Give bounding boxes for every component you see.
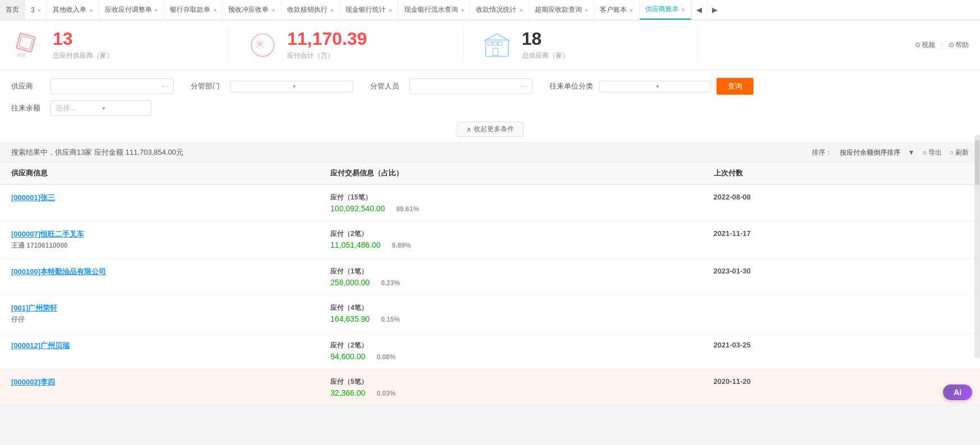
total-suppliers-count: 18	[522, 29, 569, 49]
trans-row-1: 100,092,540.00 89.61%	[330, 202, 713, 213]
supplier-link-6[interactable]: [000002]李四	[11, 377, 330, 387]
close-icon[interactable]: ×	[38, 7, 41, 13]
lastpay-6: 2020-11-20	[714, 377, 969, 386]
query-button[interactable]: 查询	[716, 78, 754, 95]
trans-label-6: 应付（5笔）	[330, 377, 713, 387]
close-icon[interactable]: ×	[330, 7, 334, 13]
nav-prepay-offset[interactable]: 预收冲应收单 ×	[223, 0, 281, 20]
refresh-icon: ○	[950, 149, 954, 156]
close-icon[interactable]: ×	[389, 7, 392, 13]
nav-payment-exec[interactable]: 收款核销执行 ×	[281, 0, 340, 20]
table-row[interactable]: [001]广州荣轩 仔仔 应付（4笔） 164,635.90 0.15%	[0, 295, 980, 333]
close-icon[interactable]: ×	[630, 7, 633, 13]
trans-amount-4: 164,635.90	[330, 314, 369, 323]
close-icon[interactable]: ×	[461, 7, 464, 13]
circle-icon-2: ⊙	[949, 41, 954, 49]
chevron-down-icon-3: ▼	[101, 105, 146, 112]
transaction-info-2: 应付（2笔） 11,051,486.00 9.89%	[330, 229, 713, 249]
nav-supplier-ledger[interactable]: 供应商账本 ×	[640, 0, 691, 20]
nav-home-label: 首页	[6, 5, 19, 15]
nav-bank-deposit[interactable]: 银行存取款单 ×	[164, 0, 223, 20]
lastpay-1: 2022-08-08	[714, 193, 969, 201]
close-icon[interactable]: ×	[682, 6, 685, 13]
trans-pct-5: 0.08%	[377, 353, 396, 361]
column-header-transaction: 应付交易信息（占比）	[330, 168, 713, 178]
nav-tab-3[interactable]: 3 ×	[25, 0, 47, 20]
supplier-sub-4: 仔仔	[11, 315, 330, 325]
nav-next-arrow[interactable]: ▶	[707, 0, 723, 20]
close-icon[interactable]: ×	[271, 7, 275, 13]
nav-other-income-label: 其他收入单	[53, 5, 86, 15]
supplier-input[interactable]	[56, 82, 161, 91]
nav-prev-arrow[interactable]: ◀	[691, 0, 707, 20]
trans-amount-1: 100,092,540.00	[330, 204, 385, 213]
manager-dots-icon[interactable]: ···	[520, 81, 528, 91]
separator: ｜	[939, 40, 945, 50]
filter-label-supplier: 供应商	[11, 81, 45, 91]
nav-other-income[interactable]: 其他收入单 ×	[47, 0, 99, 20]
filter-label-manager: 分管人员	[370, 81, 404, 91]
collapse-filter-button[interactable]: ∧ 收起更多条件	[457, 122, 524, 137]
trans-amount-3: 258,000.00	[330, 278, 369, 287]
table-row[interactable]: [000002]李四 应付（5笔） 32,366.00 0.03% 2020-1…	[0, 369, 980, 406]
sort-value[interactable]: 按应付余额倒序排序	[840, 148, 900, 157]
supplier-input-wrap[interactable]: ···	[50, 78, 174, 94]
close-icon[interactable]: ×	[155, 7, 158, 13]
close-icon[interactable]: ×	[585, 7, 588, 13]
lastpay-date-1: 2022-08-08	[714, 193, 751, 201]
help-link[interactable]: 帮助	[955, 40, 969, 50]
nav-receipt-stat[interactable]: 收款情况统计 ×	[470, 0, 529, 20]
vertical-scrollbar[interactable]	[974, 135, 980, 359]
supplier-dots-icon[interactable]: ···	[161, 81, 169, 91]
total-payable-amount: 11,170.39	[287, 29, 367, 49]
supplier-link-3[interactable]: [000100]本特勤油品有限公司	[11, 267, 330, 277]
close-icon[interactable]: ×	[89, 7, 93, 13]
close-icon[interactable]: ×	[213, 7, 216, 13]
table-row[interactable]: [000001]张三 应付（15笔） 100,092,540.00 89.61%…	[0, 185, 980, 221]
table-row[interactable]: [000007]恒旺二手叉车 王通 17106110000 应付（2笔） 11,…	[0, 221, 980, 259]
supplier-link-2[interactable]: [000007]恒旺二手叉车	[11, 229, 330, 239]
nav-cash-flow-query[interactable]: 现金银行流水查询 ×	[399, 0, 470, 20]
scrollbar-thumb[interactable]	[975, 140, 979, 185]
trans-amount-5: 94,600.00	[330, 352, 365, 361]
filter-label-unit-cat: 往来单位分类	[549, 81, 593, 91]
trans-row-5: 94,600.00 0.08%	[330, 350, 713, 361]
export-button[interactable]: ○ 导出	[923, 148, 942, 157]
trans-pct-2: 9.89%	[392, 242, 411, 249]
table-row[interactable]: [000100]本特勤油品有限公司 应付（1笔） 258,000.00 0.23…	[0, 259, 980, 295]
nav-ar-ap-label: 应收应付调整单	[105, 5, 152, 15]
nav-home[interactable]: 首页	[0, 0, 25, 20]
diamond-icon: 供应	[11, 28, 45, 62]
close-icon[interactable]: ×	[519, 7, 523, 13]
manager-input[interactable]	[414, 82, 520, 91]
table-row[interactable]: [000012]广州贝瑞 应付（2笔） 94,600.00 0.08% 2021…	[0, 333, 980, 369]
manager-input-wrap[interactable]: ···	[409, 78, 533, 94]
nav-overdue-query[interactable]: 超期应收款查询 ×	[529, 0, 594, 20]
filter-label-division: 分管部门	[191, 81, 224, 91]
column-header-lastpay: 上次付数	[714, 168, 969, 178]
export-icon: ○	[923, 149, 927, 156]
trans-pct-4: 0.15%	[381, 316, 400, 323]
unit-cat-select[interactable]: ▼	[599, 81, 711, 92]
video-link[interactable]: 视频	[922, 40, 935, 50]
trans-row-4: 164,635.90 0.15%	[330, 313, 713, 323]
lastpay-date-2: 2021-11-17	[714, 229, 751, 238]
svg-rect-8	[498, 42, 502, 45]
summary-bar: 供应 13 总应付供应商（家） 米 11,170.39 应付合计（万）	[0, 20, 980, 70]
supplier-link-1[interactable]: [000001]张三	[11, 193, 330, 203]
balance-select[interactable]: 选择... ▼	[50, 100, 151, 116]
trans-row-2: 11,051,486.00 9.89%	[330, 239, 713, 249]
ai-button[interactable]: Ai	[943, 384, 972, 400]
nav-ar-ap-adjust[interactable]: 应收应付调整单 ×	[99, 0, 164, 20]
payable-suppliers-label: 总应付供应商（家）	[53, 51, 113, 61]
column-header-supplier: 供应商信息	[11, 168, 330, 178]
refresh-button[interactable]: ○ 刷新	[950, 148, 969, 157]
nav-cash-bank-stat[interactable]: 现金银行统计 ×	[340, 0, 398, 20]
division-select[interactable]: ▼	[230, 81, 353, 92]
nav-prepay-offset-label: 预收冲应收单	[228, 5, 269, 15]
supplier-link-4[interactable]: [001]广州荣轩	[11, 303, 330, 313]
trans-label-5: 应付（2笔）	[330, 341, 713, 350]
supplier-link-5[interactable]: [000012]广州贝瑞	[11, 341, 330, 351]
nav-customer-ledger[interactable]: 客户账本 ×	[594, 0, 639, 20]
summary-info-total-suppliers: 18 总供应商（家）	[522, 29, 569, 61]
